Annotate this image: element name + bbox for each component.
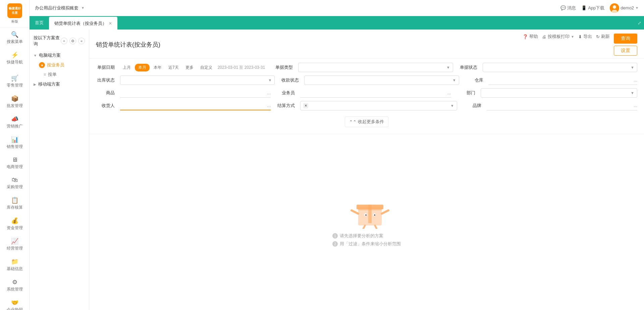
receiver-input[interactable]: ... (120, 101, 271, 110)
sidebar-item-basics[interactable]: 📁 基础信息 (0, 255, 29, 275)
content-area: 按以下方案查询 + ⚙ « ▼ 电脑端方案 ★ 按业务员 ≡ (30, 30, 644, 310)
panel-header-actions: + ⚙ « (61, 38, 85, 44)
svg-rect-6 (368, 205, 372, 223)
scheme-settings-button[interactable]: ⚙ (69, 38, 76, 44)
sidebar-item-sales[interactable]: 📊 销售管理 (0, 133, 29, 153)
empty-num-2: 2 (332, 241, 338, 247)
filter-area: 单据日期 上月 本月 本年 近7天 更多 自定义 2023-03-01 至 20… (89, 59, 644, 134)
panel-header: 按以下方案查询 + ⚙ « (30, 33, 89, 49)
settlement-tag: × (303, 103, 308, 108)
doc-type-chevron: ▼ (446, 65, 450, 69)
receipt-status-select[interactable]: ▼ (304, 75, 459, 85)
sidebar-item-ecommerce[interactable]: 🖥 电商管理 (0, 153, 29, 173)
date-btn-custom[interactable]: 自定义 (198, 64, 215, 71)
refresh-icon: ↻ (596, 34, 600, 39)
query-button[interactable]: 查询 (614, 34, 637, 44)
out-status-select[interactable]: ▼ (120, 75, 275, 85)
tree-sub-child-order[interactable]: ≡ 按单 (30, 70, 89, 79)
sales-icon: 📊 (11, 136, 18, 143)
help-button[interactable]: ❓ 帮助 (523, 34, 538, 40)
brand-dots: ... (634, 103, 637, 108)
out-status-label: 出库状态 (96, 77, 115, 83)
sidebar-item-purchase-label: 采购管理 (7, 184, 23, 190)
tab-expand-button[interactable]: ⤢ (638, 20, 641, 25)
main-area: 办公用品行业模拟账套 ▼ 💬 消息 📱 App下载 demo2 ▼ 首页 (30, 0, 644, 310)
sidebar-item-wholesale-label: 批发管理 (7, 103, 23, 109)
basics-icon: 📁 (11, 258, 18, 265)
department-chevron: ▼ (631, 91, 634, 95)
filter-row-2: 出库状态 ▼ 收款状态 ▼ 仓库 ... (96, 75, 637, 85)
date-btn-this-year[interactable]: 本年 (151, 64, 164, 71)
salesperson-input[interactable]: ... (300, 88, 451, 98)
sidebar-item-marketing[interactable]: 📣 营销推广 (0, 112, 29, 133)
sidebar-item-retail-label: 零售管理 (7, 83, 23, 88)
sidebar-item-search[interactable]: 🔍 搜索菜单 (0, 28, 29, 48)
tree-item-desktop[interactable]: ▼ 电脑端方案 (30, 50, 89, 60)
date-label: 单据日期 (96, 64, 115, 70)
sidebar-item-ecommerce-label: 电商管理 (7, 164, 23, 170)
user-menu[interactable]: demo2 ▼ (610, 3, 639, 13)
tree-item-mobile[interactable]: ▶ 移动端方案 (30, 79, 89, 89)
sidebar-item-inventory[interactable]: 📋 库存核算 (0, 193, 29, 214)
settlement-tag-close[interactable]: × (305, 103, 307, 108)
department-select[interactable]: ▼ (481, 88, 637, 98)
message-button[interactable]: 💬 消息 (560, 5, 576, 11)
date-btn-last-month[interactable]: 上月 (120, 64, 133, 71)
sidebar-item-operations[interactable]: 📈 经营管理 (0, 234, 29, 255)
brand-input[interactable]: ... (487, 101, 637, 110)
sidebar-item-finance-label: 资金管理 (7, 225, 23, 231)
doc-type-select[interactable]: ▼ (298, 63, 453, 72)
purchase-icon: 🛍 (12, 176, 18, 184)
date-btn-more[interactable]: 更多 (183, 64, 196, 71)
page-settings-button[interactable]: 设置 (614, 46, 637, 56)
sidebar-item-operations-label: 经营管理 (7, 246, 23, 251)
doc-status-select[interactable]: ▼ (483, 63, 637, 72)
tree-child-salesperson[interactable]: ★ 按业务员 (30, 60, 89, 70)
export-icon: ⬇ (578, 34, 582, 39)
date-btn-this-month[interactable]: 本月 (135, 64, 150, 71)
right-buttons: 查询 设置 (614, 34, 637, 56)
add-scheme-button[interactable]: + (61, 38, 67, 44)
inventory-icon: 📋 (11, 197, 18, 204)
avatar (610, 3, 619, 13)
sidebar-item-wholesale[interactable]: 📦 批发管理 (0, 92, 29, 112)
refresh-button[interactable]: ↻ 刷新 (596, 34, 610, 40)
doc-status-chevron: ▼ (631, 65, 634, 69)
sidebar-item-marketing-label: 营销推广 (7, 123, 23, 129)
sidebar-item-retail[interactable]: 🛒 零售管理 (0, 71, 29, 92)
filter-date-area: 上月 本月 本年 近7天 更多 自定义 2023-03-01 至 2023-03… (120, 64, 269, 71)
tree-section-desktop: ▼ 电脑端方案 ★ 按业务员 ≡ 按单 ▶ 移动端方案 (30, 49, 89, 91)
expand-icon: ⤢ (638, 20, 641, 25)
goods-label: 商品 (96, 90, 115, 96)
date-btn-7days[interactable]: 近7天 (166, 64, 181, 71)
wholesale-icon: 📦 (11, 95, 18, 102)
sidebar-item-quick-nav[interactable]: ⚡ 快捷导航 (0, 48, 29, 68)
sidebar-item-enterprise[interactable]: 🤝 企业协同 (0, 296, 29, 310)
tab-sales-report[interactable]: 销货单统计表（按业务员） ✕ (49, 17, 117, 30)
tab-home[interactable]: 首页 (30, 16, 49, 30)
collapse-panel-button[interactable]: « (78, 38, 85, 44)
operations-icon: 📈 (11, 238, 18, 245)
settlement-select[interactable]: × ▼ (300, 101, 457, 110)
template-print-label: 按模板打印 (548, 34, 570, 40)
app-download-button[interactable]: 📱 App下载 (581, 5, 604, 11)
date-range-display: 2023-03-01 至 2023-03-31 (218, 65, 265, 70)
empty-hints: 1 请先选择要分析的方案 2 用「过滤」条件来缩小分析范围 (332, 233, 401, 249)
sidebar-item-purchase[interactable]: 🛍 采购管理 (0, 173, 29, 193)
help-icon: ❓ (523, 34, 528, 39)
goods-input[interactable]: ... (120, 88, 271, 98)
collapse-row: ⌃⌃ 收起更多条件 (96, 114, 637, 130)
sidebar-item-finance[interactable]: 💰 资金管理 (0, 214, 29, 234)
sidebar-item-system[interactable]: ⚙ 系统管理 (0, 275, 29, 296)
receiver-label: 收货人 (96, 103, 115, 109)
export-button[interactable]: ⬇ 导出 (578, 34, 592, 40)
sidebar-item-sales-label: 销售管理 (7, 144, 23, 150)
tab-close-icon[interactable]: ✕ (109, 21, 112, 26)
tree-sub-child-order-label: 按单 (48, 71, 57, 78)
warehouse-input[interactable]: ... (489, 75, 637, 85)
topbar-left: 办公用品行业模拟账套 ▼ (35, 5, 85, 11)
refresh-label: 刷新 (601, 34, 610, 40)
empty-svg (350, 195, 390, 229)
collapse-conditions-button[interactable]: ⌃⌃ 收起更多条件 (345, 116, 388, 127)
template-print-button[interactable]: 🖨 按模板打印 ▼ (542, 34, 574, 40)
